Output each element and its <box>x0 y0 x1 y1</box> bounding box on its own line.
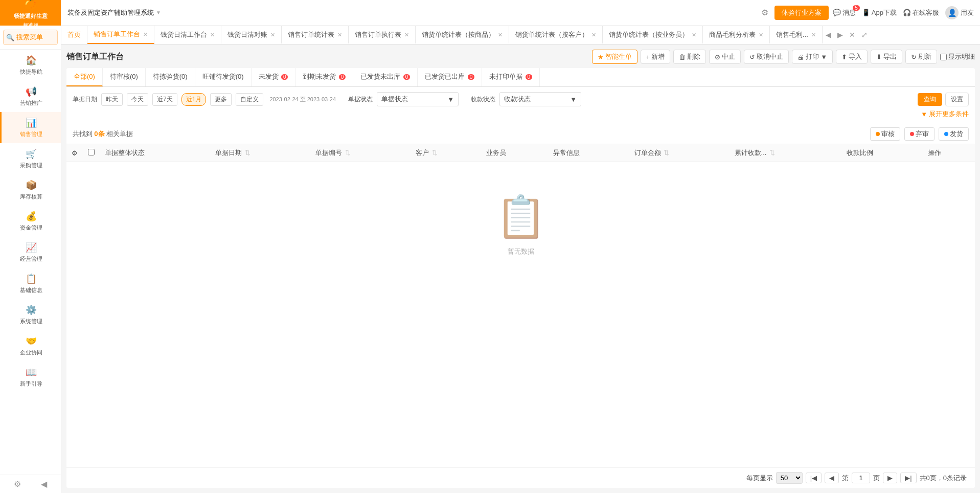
settings-button[interactable]: 设置 <box>945 93 969 106</box>
tab-home[interactable]: 首页 <box>61 26 87 43</box>
th-settings[interactable]: ⚙ <box>66 144 83 162</box>
sidebar-item-nav[interactable]: 🏠 快捷导航 <box>0 50 61 81</box>
th-ratio-label: 收款比例 <box>847 149 873 156</box>
add-button[interactable]: + 新增 <box>641 50 671 64</box>
import-button[interactable]: ⬆ 导入 <box>836 50 868 64</box>
th-customer[interactable]: 客户 ⇅ <box>411 144 481 162</box>
tab-sales-summary-prod-close[interactable]: ✕ <box>498 32 503 38</box>
sub-tab-pending-check[interactable]: 待拣验货(0) <box>146 68 195 86</box>
review-button[interactable]: 审核 <box>870 127 900 141</box>
sidebar-item-operations[interactable]: 📈 经营管理 <box>0 237 61 268</box>
sidebar-item-cooperation[interactable]: 🤝 企业协同 <box>0 330 61 362</box>
stop-button[interactable]: ⊘ 中止 <box>709 50 741 64</box>
sub-tab-shipped-out[interactable]: 已发货已出库 0 <box>418 68 482 86</box>
tabs-next-button[interactable]: ▶ <box>834 31 846 39</box>
sidebar-item-purchase[interactable]: 🛒 采购管理 <box>0 143 61 174</box>
print-button[interactable]: 🖨 打印 ▼ <box>792 50 833 64</box>
page-prev-button[interactable]: ◀ <box>825 473 839 483</box>
th-number[interactable]: 单据编号 ⇅ <box>310 144 411 162</box>
payment-filter-select[interactable]: 收款状态 ▼ <box>499 92 581 106</box>
tab-sales-exec[interactable]: 销售订单执行表 ✕ <box>349 26 416 43</box>
date-1month-btn[interactable]: 近1月 <box>181 93 207 106</box>
tab-margin[interactable]: 商品毛利分析表 ✕ <box>703 26 770 43</box>
tab-sales-order-close[interactable]: ✕ <box>143 31 148 38</box>
tab-cash-reconcile[interactable]: 钱货日清对账 ✕ <box>221 26 282 43</box>
sub-tab-unprinted[interactable]: 未打印单据 0 <box>482 68 540 86</box>
sub-tab-all[interactable]: 全部(0) <box>66 68 103 86</box>
th-date-label: 单据日期 <box>215 149 242 156</box>
smart-create-button[interactable]: ★ 智能生单 <box>592 50 637 64</box>
date-yesterday-btn[interactable]: 昨天 <box>101 93 123 106</box>
topbar-gear-icon[interactable]: ⚙ <box>761 8 768 17</box>
sidebar-collapse-icon[interactable]: ◀ <box>41 479 47 489</box>
show-detail-checkbox-label[interactable]: 显示明细 <box>940 52 975 61</box>
show-detail-checkbox[interactable] <box>940 54 947 60</box>
th-date[interactable]: 单据日期 ⇅ <box>210 144 310 162</box>
date-7days-btn[interactable]: 近7天 <box>152 93 177 106</box>
th-amount[interactable]: 订单金额 ⇅ <box>629 144 730 162</box>
search-menu-button[interactable]: 🔍 搜索菜单 <box>3 30 58 45</box>
per-page-select[interactable]: 10 20 50 100 <box>776 472 803 484</box>
sub-tab-wangpu[interactable]: 旺铺待发货(0) <box>195 68 252 86</box>
ship-button[interactable]: 发货 <box>939 127 969 141</box>
tab-cash-daily[interactable]: 钱货日清工作台 ✕ <box>154 26 221 43</box>
sidebar-item-guide[interactable]: 📖 新手引导 <box>0 362 61 393</box>
refresh-button[interactable]: ↻ 刷新 <box>905 50 937 64</box>
tab-margin-close[interactable]: ✕ <box>759 32 763 38</box>
tab-sales-stat-close[interactable]: ✕ <box>337 32 342 38</box>
main-area: 装备及固定资产辅助管理系统 ▼ ⚙ 体验行业方案 💬 消息 5 📱 App下载 … <box>61 0 980 493</box>
tabs-close-all-button[interactable]: ✕ <box>846 31 858 39</box>
th-collected[interactable]: 累计收款... ⇅ <box>730 144 842 162</box>
cancel-review-button[interactable]: 弃审 <box>904 127 935 141</box>
tab-sales-summary-prod[interactable]: 销货单统计表（按商品） ✕ <box>416 26 509 43</box>
sidebar-item-system[interactable]: ⚙️ 系统管理 <box>0 299 61 330</box>
sub-tab-shipped-not-out[interactable]: 已发货未出库 0 <box>353 68 418 86</box>
page-last-button[interactable]: ▶| <box>900 473 916 483</box>
tab-cash-daily-close[interactable]: ✕ <box>210 32 215 38</box>
sidebar-settings-icon[interactable]: ⚙ <box>14 479 21 489</box>
delete-label: 删除 <box>687 52 700 61</box>
tab-sales-summary-staff-close[interactable]: ✕ <box>692 32 696 38</box>
tab-sales-more-close[interactable]: ✕ <box>811 32 816 38</box>
tab-sales-summary-cust[interactable]: 销货单统计表（按客户） ✕ <box>509 26 603 43</box>
app-download-button[interactable]: 📱 App下载 <box>862 8 897 17</box>
date-custom-btn[interactable]: 自定义 <box>236 93 263 106</box>
query-button[interactable]: 查询 <box>918 93 942 106</box>
date-today-btn[interactable]: 今天 <box>127 93 148 106</box>
th-checkbox[interactable] <box>83 144 100 162</box>
industry-solution-button[interactable]: 体验行业方案 <box>774 6 829 20</box>
pagination: 每页显示 10 20 50 100 |◀ ◀ 第 页 ▶ ▶| 共0页，0条记录 <box>66 467 975 488</box>
tab-sales-more[interactable]: 销售毛利... ✕ <box>770 26 823 43</box>
sidebar-item-marketing[interactable]: 📢 营销推广 <box>0 81 61 112</box>
sidebar-item-finance[interactable]: 💰 资金管理 <box>0 206 61 237</box>
sub-tab-unshipped-label: 未发货 <box>259 73 279 80</box>
tabs-prev-button[interactable]: ◀ <box>823 31 834 39</box>
tab-cash-reconcile-close[interactable]: ✕ <box>270 32 275 38</box>
sub-tab-pending[interactable]: 待审核(0) <box>103 68 146 86</box>
tabs-maximize-button[interactable]: ⤢ <box>858 31 871 39</box>
delete-button[interactable]: 🗑 删除 <box>673 50 706 64</box>
sub-tab-unshipped[interactable]: 未发货 0 <box>252 68 296 86</box>
date-more-btn[interactable]: 更多 <box>210 93 232 106</box>
sidebar-item-inventory[interactable]: 📦 库存核算 <box>0 174 61 206</box>
online-service-button[interactable]: 🎧 在线客服 <box>903 8 939 17</box>
user-menu[interactable]: 👤 用友 <box>945 6 974 19</box>
sidebar-item-basic[interactable]: 📋 基础信息 <box>0 268 61 299</box>
sub-tab-overdue[interactable]: 到期未发货 0 <box>295 68 353 86</box>
tab-sales-stat[interactable]: 销售订单统计表 ✕ <box>282 26 349 43</box>
status-filter-select[interactable]: 单据状态 ▼ <box>377 92 459 106</box>
tab-sales-summary-staff[interactable]: 销货单统计表（按业务员） ✕ <box>603 26 703 43</box>
sidebar-item-sales[interactable]: 📊 销售管理 <box>0 112 61 143</box>
summary-prefix: 共找到 <box>73 130 93 138</box>
page-first-button[interactable]: |◀ <box>806 473 822 483</box>
tab-sales-summary-cust-close[interactable]: ✕ <box>591 32 596 38</box>
message-button[interactable]: 💬 消息 5 <box>833 8 856 17</box>
page-next-button[interactable]: ▶ <box>883 473 897 483</box>
tab-sales-exec-close[interactable]: ✕ <box>404 32 409 38</box>
cancel-stop-button[interactable]: ↺ 取消中止 <box>744 50 789 64</box>
expand-filter-button[interactable]: ▼ 展开更多条件 <box>921 109 969 119</box>
export-button[interactable]: ⬇ 导出 <box>871 50 902 64</box>
page-number-input[interactable] <box>852 473 870 483</box>
select-all-checkbox[interactable] <box>88 149 95 155</box>
tab-sales-order[interactable]: 销售订单工作台 ✕ <box>87 26 154 44</box>
